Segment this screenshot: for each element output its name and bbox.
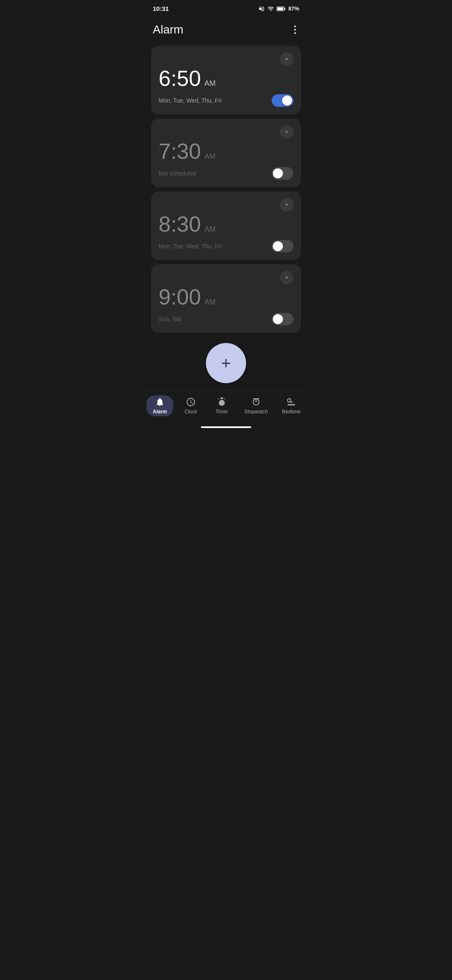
alarm-time-2: 7:30 xyxy=(159,140,201,162)
alarm-card-2: 7:30 AM Not scheduled xyxy=(151,119,301,187)
alarm-nav-icon xyxy=(155,397,165,407)
alarm-footer-1: Mon, Tue, Wed, Thu, Fri xyxy=(159,94,293,107)
nav-item-clock[interactable]: Clock xyxy=(177,395,204,416)
alarm-time-row-2: 7:30 AM xyxy=(159,140,293,162)
svg-rect-1 xyxy=(285,8,285,10)
more-dot-2 xyxy=(294,29,296,31)
svg-rect-2 xyxy=(277,7,283,10)
toggle-thumb-2 xyxy=(273,168,283,178)
alarm-header-3 xyxy=(159,198,293,211)
alarm-card-4: 9:00 AM Sun, Sat xyxy=(151,264,301,333)
page-title: Alarm xyxy=(153,23,183,36)
alarm-toggle-2[interactable] xyxy=(272,167,293,180)
home-indicator xyxy=(201,426,251,428)
battery-percentage: 87% xyxy=(288,5,299,12)
alarms-list: 6:50 AM Mon, Tue, Wed, Thu, Fri 7:30 AM … xyxy=(144,46,308,333)
add-alarm-button[interactable]: + xyxy=(206,343,246,383)
alarm-toggle-1[interactable] xyxy=(272,94,293,107)
status-icons: 87% xyxy=(258,5,299,12)
alarm-footer-4: Sun, Sat xyxy=(159,313,293,325)
nav-label-clock: Clock xyxy=(185,409,197,415)
expand-button-1[interactable] xyxy=(280,52,293,66)
nav-item-timer[interactable]: Timer xyxy=(208,395,235,416)
toggle-thumb-3 xyxy=(273,241,283,251)
wifi-icon xyxy=(267,5,274,12)
stopwatch-nav-icon xyxy=(251,397,261,407)
alarm-time-3: 8:30 xyxy=(159,213,201,235)
alarm-card-1: 6:50 AM Mon, Tue, Wed, Thu, Fri xyxy=(151,46,301,114)
nav-item-alarm[interactable]: Alarm xyxy=(146,395,173,416)
nav-label-alarm: Alarm xyxy=(153,409,167,415)
alarm-period-2: AM xyxy=(204,152,216,161)
mute-icon xyxy=(258,5,265,12)
alarm-period-3: AM xyxy=(204,225,216,234)
alarm-card-3: 8:30 AM Mon, Tue, Wed, Thu, Fri xyxy=(151,191,301,260)
bedtime-nav-icon xyxy=(286,397,296,407)
alarm-footer-3: Mon, Tue, Wed, Thu, Fri xyxy=(159,240,293,253)
alarm-footer-2: Not scheduled xyxy=(159,167,293,180)
nav-label-timer: Timer xyxy=(216,409,228,415)
alarm-schedule-1: Mon, Tue, Wed, Thu, Fri xyxy=(159,97,221,104)
toggle-thumb-4 xyxy=(273,314,283,324)
nav-item-bedtime[interactable]: Bedtime xyxy=(277,395,306,416)
alarm-schedule-2: Not scheduled xyxy=(159,170,196,177)
toggle-thumb-1 xyxy=(282,95,292,106)
alarm-toggle-4[interactable] xyxy=(272,313,293,325)
alarm-period-1: AM xyxy=(204,79,216,88)
more-dot-3 xyxy=(294,32,296,34)
battery-icon xyxy=(277,5,286,12)
more-dot-1 xyxy=(294,26,296,27)
clock-nav-icon xyxy=(186,397,196,407)
alarm-header-2 xyxy=(159,125,293,139)
nav-label-bedtime: Bedtime xyxy=(282,409,300,415)
expand-button-4[interactable] xyxy=(280,271,293,284)
nav-item-stopwatch[interactable]: Stopwatch xyxy=(239,395,273,416)
alarm-header-4 xyxy=(159,271,293,284)
alarm-time-1: 6:50 xyxy=(159,67,201,89)
alarm-schedule-3: Mon, Tue, Wed, Thu, Fri xyxy=(159,243,221,250)
alarm-time-row-3: 8:30 AM xyxy=(159,213,293,235)
alarm-time-4: 9:00 xyxy=(159,286,201,308)
alarm-period-4: AM xyxy=(204,298,216,307)
alarm-time-row-1: 6:50 AM xyxy=(159,67,293,89)
fab-container: + xyxy=(144,333,308,390)
status-bar: 10:31 87% xyxy=(144,0,308,15)
alarm-time-row-4: 9:00 AM xyxy=(159,286,293,308)
status-time: 10:31 xyxy=(153,5,169,12)
expand-button-3[interactable] xyxy=(280,198,293,211)
expand-button-2[interactable] xyxy=(280,125,293,139)
app-header: Alarm xyxy=(144,15,308,46)
bottom-nav: Alarm Clock Timer Stopwatch Bedtime xyxy=(144,390,308,423)
fab-icon: + xyxy=(221,355,231,371)
alarm-schedule-4: Sun, Sat xyxy=(159,316,181,322)
alarm-header-1 xyxy=(159,52,293,66)
more-options-button[interactable] xyxy=(291,22,299,37)
alarm-toggle-3[interactable] xyxy=(272,240,293,253)
nav-label-stopwatch: Stopwatch xyxy=(244,409,268,415)
timer-nav-icon xyxy=(217,397,227,407)
